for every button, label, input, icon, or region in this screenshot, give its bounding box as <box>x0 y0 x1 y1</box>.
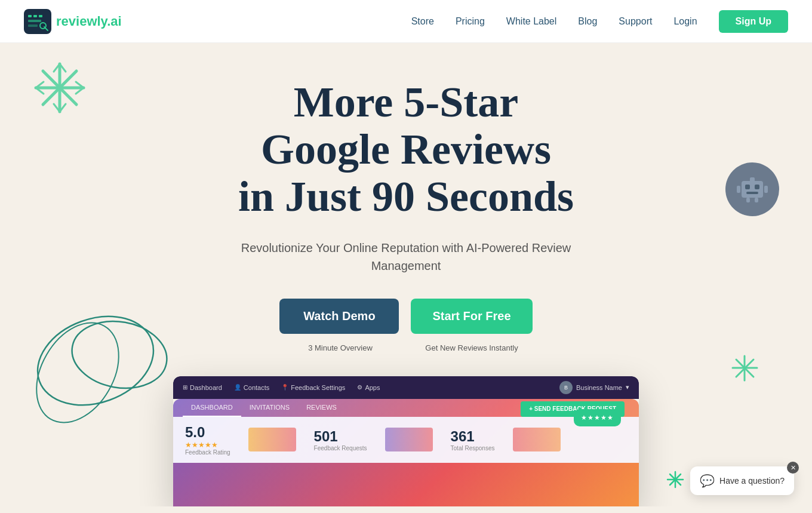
svg-rect-24 <box>737 186 740 193</box>
nav-blog[interactable]: Blog <box>578 16 597 27</box>
stat-responses: 361 Total Responses <box>451 428 495 451</box>
robot-icon <box>725 162 779 216</box>
chat-close-button[interactable]: ✕ <box>787 462 799 474</box>
chat-message-icon: 💬 <box>700 474 715 488</box>
hero-subtitle: Revolutionize Your Online Reputation wit… <box>233 239 579 275</box>
topbar-dashboard[interactable]: ⊞ Dashboard <box>183 384 222 391</box>
svg-line-12 <box>60 64 66 72</box>
svg-line-10 <box>43 71 76 105</box>
svg-rect-25 <box>764 186 768 193</box>
logo[interactable]: reviewly.ai <box>24 9 122 34</box>
nav-links: Store Pricing White Label Blog Support L… <box>411 10 788 33</box>
stat-requests-value: 501 <box>314 428 367 445</box>
svg-rect-1 <box>28 15 32 17</box>
dashboard-stats: 5.0 ★★★★★ Feedback Rating 501 Feedback R… <box>173 417 639 463</box>
stat-responses-value: 361 <box>451 428 495 445</box>
svg-line-11 <box>54 64 60 72</box>
dash-nav-dashboard[interactable]: DASHBOARD <box>183 399 241 417</box>
chat-snowflake-icon <box>666 471 684 493</box>
svg-rect-20 <box>745 185 750 189</box>
nav-pricing[interactable]: Pricing <box>456 16 485 27</box>
stat-rating-label: Feedback Rating <box>185 449 230 456</box>
topbar-business-name: B Business Name ▾ <box>559 381 629 394</box>
svg-rect-21 <box>755 185 759 189</box>
svg-rect-27 <box>755 198 758 202</box>
svg-line-16 <box>36 88 44 94</box>
nav-support[interactable]: Support <box>619 16 652 27</box>
svg-rect-23 <box>750 177 755 182</box>
svg-rect-5 <box>28 24 38 27</box>
stat-rating-value: 5.0 <box>185 424 230 441</box>
nav-login[interactable]: Login <box>673 16 697 27</box>
svg-rect-19 <box>742 181 763 198</box>
chat-widget: ✕ 💬 Have a question? <box>666 466 794 495</box>
signup-button[interactable]: Sign Up <box>719 10 788 33</box>
hero-section: More 5-Star Google Reviews in Just 90 Se… <box>0 43 812 506</box>
watch-demo-caption: 3 Minute Overview <box>281 343 400 352</box>
svg-line-15 <box>36 82 44 88</box>
stat-rating: 5.0 ★★★★★ Feedback Rating <box>185 424 230 456</box>
chat-question-text: Have a question? <box>719 476 785 486</box>
dashboard-gradient-bg: DASHBOARD INVITATIONS REVIEWS + SEND FEE… <box>173 399 639 506</box>
start-free-button[interactable]: Start For Free <box>411 299 532 334</box>
navbar: reviewly.ai Store Pricing White Label Bl… <box>0 0 812 43</box>
chat-bubble[interactable]: 💬 Have a question? <box>690 466 794 495</box>
svg-line-34 <box>736 360 753 377</box>
svg-line-9 <box>43 71 76 105</box>
snowflake-icon-bottomright <box>731 355 758 387</box>
svg-rect-4 <box>28 20 41 22</box>
topbar-apps[interactable]: ⚙ Apps <box>357 384 380 391</box>
dash-nav-reviews[interactable]: REVIEWS <box>298 399 345 417</box>
snowflake-icon-topleft <box>33 61 87 124</box>
svg-rect-3 <box>39 15 42 17</box>
topbar-feedback[interactable]: 📍 Feedback Settings <box>281 384 345 391</box>
svg-line-17 <box>76 82 84 88</box>
dashboard-preview: ★★★★★ ⊞ Dashboard 👤 Contacts 📍 Feedback … <box>173 376 639 506</box>
svg-line-33 <box>736 360 753 377</box>
logo-text: reviewly.ai <box>56 14 122 29</box>
stat-rating-stars: ★★★★★ <box>185 441 230 449</box>
start-free-caption: Get New Reviews Instantly <box>412 343 531 352</box>
dash-nav-invitations[interactable]: INVITATIONS <box>241 399 298 417</box>
topbar-contacts[interactable]: 👤 Contacts <box>234 384 269 391</box>
nav-store[interactable]: Store <box>411 16 434 27</box>
watch-demo-button[interactable]: Watch Demo <box>279 299 399 334</box>
chat-bubble-container[interactable]: ✕ 💬 Have a question? <box>690 466 794 495</box>
svg-line-13 <box>54 104 60 112</box>
stat-requests-label: Feedback Requests <box>314 445 367 451</box>
cta-buttons: Watch Demo Start For Free <box>12 299 800 334</box>
dashboard-topbar: ⊞ Dashboard 👤 Contacts 📍 Feedback Settin… <box>173 376 639 399</box>
stat-responses-label: Total Responses <box>451 445 495 451</box>
svg-rect-22 <box>746 192 758 194</box>
button-captions: 3 Minute Overview Get New Reviews Instan… <box>12 343 800 352</box>
hero-headline: More 5-Star Google Reviews in Just 90 Se… <box>137 79 675 221</box>
svg-rect-26 <box>746 198 750 202</box>
dashboard-nav: DASHBOARD INVITATIONS REVIEWS + SEND FEE… <box>173 399 639 417</box>
svg-line-18 <box>76 88 84 94</box>
nav-white-label[interactable]: White Label <box>506 16 557 27</box>
svg-rect-2 <box>33 15 37 17</box>
stat-requests: 501 Feedback Requests <box>314 428 367 451</box>
svg-line-14 <box>60 104 66 112</box>
